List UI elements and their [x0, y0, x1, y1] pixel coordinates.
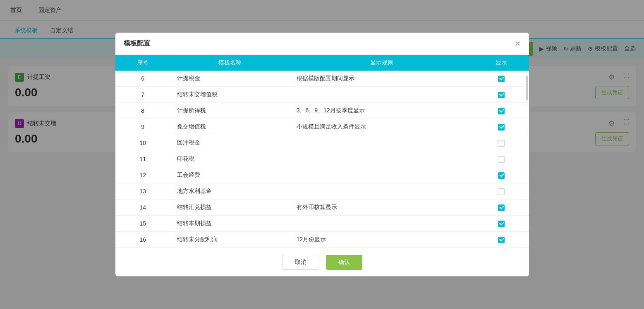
row-num: 16: [115, 232, 170, 248]
row-checkbox[interactable]: [498, 108, 505, 114]
row-num: 14: [115, 200, 170, 216]
modal-header: 模板配置 ✕: [115, 33, 529, 55]
row-display-cell: [474, 87, 529, 103]
row-checkbox[interactable]: [498, 140, 505, 147]
row-display-cell: [474, 216, 529, 232]
row-rule: 根据模版配置期间显示: [290, 71, 474, 87]
table-row: 7结转未交增值税: [115, 87, 529, 103]
row-name: 地方水利基金: [170, 183, 290, 200]
row-checkbox[interactable]: [498, 204, 505, 211]
row-display-cell: [474, 71, 529, 87]
row-checkbox[interactable]: [498, 92, 505, 98]
table-row: 10回冲税金: [115, 135, 529, 151]
row-rule: [290, 87, 474, 103]
row-name: 结转本期损益: [170, 216, 290, 232]
row-display-cell: [474, 135, 529, 151]
row-num: 12: [115, 167, 170, 183]
row-rule: 有外币核算显示: [290, 200, 474, 216]
row-display-cell: [474, 183, 529, 200]
row-num: 13: [115, 183, 170, 200]
row-checkbox[interactable]: [498, 221, 505, 227]
row-checkbox[interactable]: [498, 237, 505, 243]
row-rule: 12月份显示: [290, 232, 474, 248]
table-row: 13地方水利基金: [115, 183, 529, 200]
row-display-cell: [474, 119, 529, 135]
row-rule: [290, 135, 474, 151]
table-wrapper: 序号 模板名称 显示规则 显示 6计提税金根据模版配置期间显示7结转未交增值税8…: [115, 55, 529, 248]
row-display-cell: [474, 232, 529, 248]
row-num: 6: [115, 71, 170, 87]
table-row: 15结转本期损益: [115, 216, 529, 232]
modal-title: 模板配置: [124, 39, 150, 48]
confirm-button[interactable]: 确认: [326, 255, 362, 270]
row-num: 8: [115, 103, 170, 119]
scrollbar-hint: [526, 76, 528, 100]
row-rule: [290, 216, 474, 232]
row-checkbox[interactable]: [498, 156, 505, 163]
col-num: 序号: [115, 55, 170, 71]
row-rule: [290, 151, 474, 167]
row-num: 10: [115, 135, 170, 151]
col-rule: 显示规则: [290, 55, 474, 71]
table-row: 12工会经费: [115, 167, 529, 183]
row-checkbox[interactable]: [498, 124, 505, 131]
cancel-button[interactable]: 取消: [282, 255, 319, 270]
table-header: 序号 模板名称 显示规则 显示: [115, 55, 529, 71]
row-name: 计提所得税: [170, 103, 290, 119]
table-row: 9免交增值税小规模且满足收入条件显示: [115, 119, 529, 135]
modal-footer: 取消 确认: [115, 248, 529, 276]
row-checkbox[interactable]: [498, 76, 505, 82]
row-num: 9: [115, 119, 170, 135]
table-row: 14结转汇兑损益有外币核算显示: [115, 200, 529, 216]
table-row: 6计提税金根据模版配置期间显示: [115, 71, 529, 87]
row-checkbox[interactable]: [498, 172, 505, 179]
table-row: 8计提所得税3、6、9、12月按季度显示: [115, 103, 529, 119]
row-rule: [290, 167, 474, 183]
col-display: 显示: [474, 55, 529, 71]
row-rule: [290, 183, 474, 200]
row-num: 15: [115, 216, 170, 232]
modal-close-button[interactable]: ✕: [515, 40, 521, 48]
row-rule: 3、6、9、12月按季度显示: [290, 103, 474, 119]
row-rule: 小规模且满足收入条件显示: [290, 119, 474, 135]
row-name: 结转未分配利润: [170, 232, 290, 248]
row-display-cell: [474, 103, 529, 119]
row-display-cell: [474, 200, 529, 216]
row-name: 工会经费: [170, 167, 290, 183]
row-checkbox[interactable]: [498, 188, 505, 195]
row-name: 免交增值税: [170, 119, 290, 135]
row-name: 结转汇兑损益: [170, 200, 290, 216]
row-num: 7: [115, 87, 170, 103]
row-display-cell: [474, 151, 529, 167]
table-row: 11印花税: [115, 151, 529, 167]
config-table: 序号 模板名称 显示规则 显示 6计提税金根据模版配置期间显示7结转未交增值税8…: [115, 55, 529, 248]
row-name: 计提税金: [170, 71, 290, 87]
row-num: 11: [115, 151, 170, 167]
row-display-cell: [474, 167, 529, 183]
col-name: 模板名称: [170, 55, 290, 71]
row-name: 印花税: [170, 151, 290, 167]
row-name: 结转未交增值税: [170, 87, 290, 103]
table-row: 16结转未分配利润12月份显示: [115, 232, 529, 248]
row-name: 回冲税金: [170, 135, 290, 151]
template-config-modal: 模板配置 ✕ 序号 模板名称 显示规则 显示 6计提税金根据模版配置期间显示7结…: [115, 33, 529, 276]
table-body: 6计提税金根据模版配置期间显示7结转未交增值税8计提所得税3、6、9、12月按季…: [115, 71, 529, 248]
